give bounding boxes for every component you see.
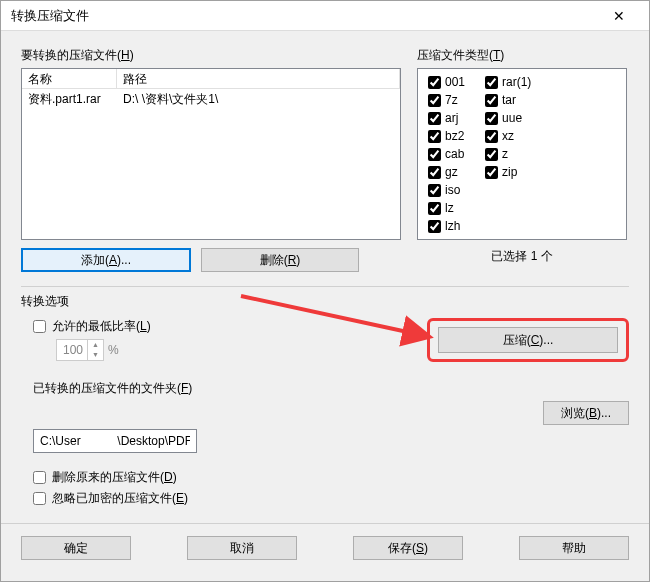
percent-label: %: [108, 343, 119, 357]
filter-checkbox-lz[interactable]: [428, 202, 441, 215]
filter-label: arj: [445, 111, 458, 125]
filter-checkbox-arj[interactable]: [428, 112, 441, 125]
browse-button[interactable]: 浏览(B)...: [543, 401, 629, 425]
filter-item-lz[interactable]: lz: [428, 201, 465, 215]
close-button[interactable]: ✕: [599, 2, 639, 30]
filter-checkbox-bz2[interactable]: [428, 130, 441, 143]
filter-label: rar(1): [502, 75, 531, 89]
filter-checkbox-lzh[interactable]: [428, 220, 441, 233]
filter-item-cab[interactable]: cab: [428, 147, 465, 161]
filter-checkbox-xz[interactable]: [485, 130, 498, 143]
filter-item-tar[interactable]: tar: [485, 93, 531, 107]
delete-button[interactable]: 删除(R): [201, 248, 359, 272]
filter-label: uue: [502, 111, 522, 125]
filter-checkbox-z[interactable]: [485, 148, 498, 161]
filter-checkbox-rar(1)[interactable]: [485, 76, 498, 89]
types-col2: rar(1)taruuexzzzip: [485, 75, 531, 233]
types-label: 压缩文件类型(T): [417, 47, 627, 64]
rate-input[interactable]: [57, 340, 87, 360]
filter-checkbox-gz[interactable]: [428, 166, 441, 179]
spinner-down-icon[interactable]: ▼: [88, 350, 103, 360]
help-button[interactable]: 帮助: [519, 536, 629, 560]
content-area: 要转换的压缩文件(H) 名称 路径 资料.part1.rar D:\ \资料\文…: [1, 31, 649, 523]
filter-checkbox-uue[interactable]: [485, 112, 498, 125]
ignore-encrypted-label: 忽略已加密的压缩文件(E): [52, 490, 188, 507]
filter-checkbox-iso[interactable]: [428, 184, 441, 197]
files-listbox[interactable]: 名称 路径 资料.part1.rar D:\ \资料\文件夹1\: [21, 68, 401, 240]
types-col1: 0017zarjbz2cabgzisolzlzh: [428, 75, 465, 233]
filter-checkbox-zip[interactable]: [485, 166, 498, 179]
file-path-cell: D:\ \资料\文件夹1\: [117, 91, 400, 108]
converted-folder-label: 已转换的压缩文件的文件夹(F): [33, 380, 629, 397]
file-name-cell: 资料.part1.rar: [22, 91, 117, 108]
filter-label: gz: [445, 165, 458, 179]
filter-item-z[interactable]: z: [485, 147, 531, 161]
filter-item-bz2[interactable]: bz2: [428, 129, 465, 143]
filter-label: lz: [445, 201, 454, 215]
filter-item-lzh[interactable]: lzh: [428, 219, 465, 233]
filter-label: xz: [502, 129, 514, 143]
filter-label: 7z: [445, 93, 458, 107]
filter-item-rar(1)[interactable]: rar(1): [485, 75, 531, 89]
filter-label: bz2: [445, 129, 464, 143]
filter-label: 001: [445, 75, 465, 89]
add-button[interactable]: 添加(A)...: [21, 248, 191, 272]
titlebar: 转换压缩文件 ✕: [1, 1, 649, 31]
filter-checkbox-tar[interactable]: [485, 94, 498, 107]
delete-original-label: 删除原来的压缩文件(D): [52, 469, 177, 486]
types-box: 0017zarjbz2cabgzisolzlzh rar(1)taruuexzz…: [417, 68, 627, 240]
delete-original-checkbox[interactable]: [33, 471, 46, 484]
compress-button[interactable]: 压缩(C)...: [438, 327, 618, 353]
save-button[interactable]: 保存(S): [353, 536, 463, 560]
filter-item-iso[interactable]: iso: [428, 183, 465, 197]
selected-count-label: 已选择 1 个: [417, 248, 627, 265]
filter-item-xz[interactable]: xz: [485, 129, 531, 143]
options-label: 转换选项: [21, 293, 629, 310]
filter-label: iso: [445, 183, 460, 197]
cancel-button[interactable]: 取消: [187, 536, 297, 560]
list-item[interactable]: 资料.part1.rar D:\ \资料\文件夹1\: [22, 89, 400, 110]
filter-label: z: [502, 147, 508, 161]
filter-checkbox-cab[interactable]: [428, 148, 441, 161]
spinner-up-icon[interactable]: ▲: [88, 340, 103, 350]
filter-checkbox-001[interactable]: [428, 76, 441, 89]
dialog-window: 转换压缩文件 ✕ 要转换的压缩文件(H) 名称 路径 资料.part1.rar …: [0, 0, 650, 582]
allow-min-rate-label: 允许的最低比率(L): [52, 318, 151, 335]
col-name-header[interactable]: 名称: [22, 69, 117, 89]
ok-button[interactable]: 确定: [21, 536, 131, 560]
files-label: 要转换的压缩文件(H): [21, 47, 401, 64]
filter-label: tar: [502, 93, 516, 107]
filter-checkbox-7z[interactable]: [428, 94, 441, 107]
output-path-input[interactable]: [33, 429, 197, 453]
col-path-header[interactable]: 路径: [117, 69, 400, 89]
compress-highlight: 压缩(C)...: [427, 318, 629, 362]
filter-item-zip[interactable]: zip: [485, 165, 531, 179]
rate-spinner[interactable]: ▲ ▼: [56, 339, 104, 361]
filter-item-arj[interactable]: arj: [428, 111, 465, 125]
filter-label: lzh: [445, 219, 460, 233]
filter-item-uue[interactable]: uue: [485, 111, 531, 125]
filter-item-gz[interactable]: gz: [428, 165, 465, 179]
filter-item-001[interactable]: 001: [428, 75, 465, 89]
allow-min-rate-checkbox[interactable]: [33, 320, 46, 333]
filter-label: cab: [445, 147, 464, 161]
filter-item-7z[interactable]: 7z: [428, 93, 465, 107]
ignore-encrypted-checkbox[interactable]: [33, 492, 46, 505]
footer: 确定 取消 保存(S) 帮助: [1, 523, 649, 572]
filter-label: zip: [502, 165, 517, 179]
list-header: 名称 路径: [22, 69, 400, 89]
window-title: 转换压缩文件: [11, 7, 89, 25]
